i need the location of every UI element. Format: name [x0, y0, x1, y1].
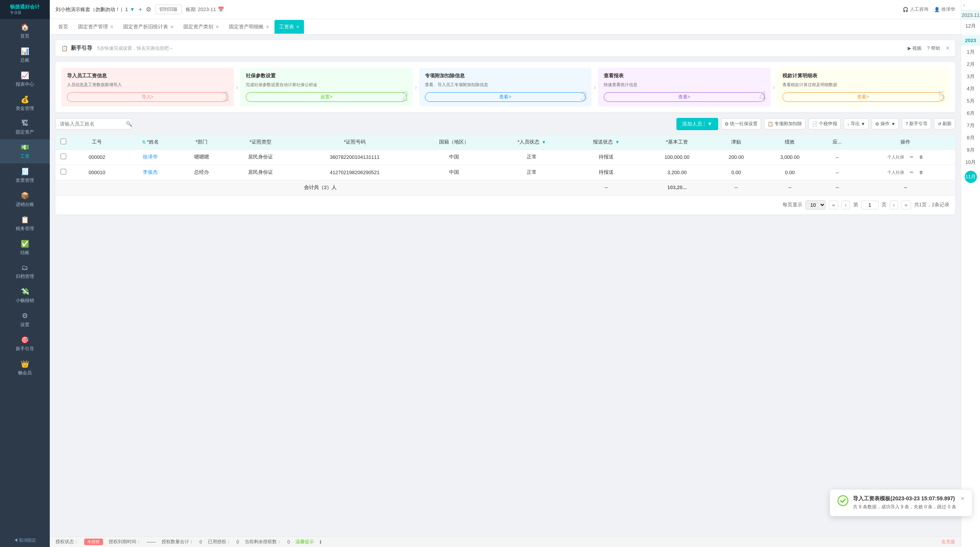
edit-employee-button[interactable]: ✏ — [908, 169, 915, 176]
guide-help-link[interactable]: ? 帮助 — [927, 45, 940, 52]
submit-filter-icon[interactable]: ▼ — [615, 140, 619, 144]
step-1-button[interactable]: 导入> — [67, 92, 228, 102]
ym-year-2023[interactable]: 2023 — [961, 35, 980, 46]
period-selector[interactable]: 账期 2023-11 📅 — [186, 6, 224, 13]
sidebar-item-reports[interactable]: 📈 报表中心 — [0, 67, 50, 91]
ym-month-jun[interactable]: 6月 — [961, 107, 980, 119]
ym-month-feb[interactable]: 2月 — [961, 58, 980, 70]
delete-employee-button[interactable]: 🗑 — [917, 154, 925, 160]
row-checkbox[interactable] — [60, 169, 66, 175]
user-menu-button[interactable]: 👤 徐泽华 — [934, 6, 955, 13]
main-area: 刘小艳演示账套（勿删勿动！）1 ▼ + ⚙ 切到旧版 账期 2023-11 📅 … — [50, 0, 961, 547]
sidebar-item-expense[interactable]: 💸 小畅报销 — [0, 284, 50, 308]
export-icon: ↓ — [847, 121, 849, 127]
personal-social-security-button[interactable]: 个人社保 — [885, 153, 906, 161]
sidebar-item-payroll[interactable]: 💵 工资 — [0, 139, 50, 163]
tab-close-icon[interactable]: × — [170, 24, 173, 30]
ym-month-mar[interactable]: 3月 — [961, 70, 980, 83]
tab-close-icon[interactable]: × — [266, 24, 269, 30]
unified-social-security-button[interactable]: ⚙ 统一社保设置 — [721, 118, 761, 129]
sidebar-item-sales[interactable]: 📦 进销台账 — [0, 188, 50, 212]
sidebar-item-ledger[interactable]: 📊 总账 — [0, 43, 50, 67]
row-checkbox-cell[interactable] — [56, 165, 71, 180]
operations-button[interactable]: ⚙ 操作 ▼ — [872, 118, 899, 129]
sidebar-item-tax[interactable]: 📋 税务管理 — [0, 212, 50, 236]
page-size-select[interactable]: 10 20 50 — [805, 200, 826, 210]
sidebar-item-invoice[interactable]: 🧾 发票管理 — [0, 163, 50, 188]
sidebar-item-fixed-assets[interactable]: 🏗 固定资产 — [0, 116, 50, 139]
ym-collapse-button[interactable]: › — [963, 2, 965, 8]
special-deduction-button[interactable]: 📋 专项附加扣除 — [764, 118, 805, 129]
sidebar-item-closing[interactable]: ✅ 结账 — [0, 236, 50, 260]
add-account-icon[interactable]: + — [139, 6, 142, 13]
employee-name-link[interactable]: 李俊杰 — [143, 169, 158, 175]
ym-month-sep[interactable]: 9月 — [961, 144, 980, 156]
ym-month-jan[interactable]: 1月 — [961, 46, 980, 58]
row-checkbox-cell[interactable] — [56, 149, 71, 165]
col-name-sort-icon[interactable]: ⇅ — [142, 140, 145, 144]
search-input[interactable] — [60, 121, 124, 127]
step-5-button[interactable]: 查看> — [782, 92, 944, 102]
add-employee-dropdown-icon[interactable]: ▼ — [704, 121, 712, 127]
warn-tip[interactable]: 温馨提示 — [296, 539, 314, 545]
tab-close-icon[interactable]: × — [296, 24, 299, 30]
prev-page-button[interactable]: ‹ — [841, 201, 850, 209]
tab-fixed-asset-mgmt[interactable]: 固定资产管理 × — [74, 20, 118, 34]
ym-month-jul[interactable]: 7月 — [961, 119, 980, 132]
tab-home[interactable]: 首页 — [54, 20, 73, 34]
select-all-checkbox[interactable] — [60, 139, 66, 144]
ym-month-nov-active[interactable]: 11月 — [965, 171, 977, 183]
step-3-button[interactable]: 查看> — [425, 92, 586, 102]
tab-close-icon[interactable]: × — [110, 24, 113, 30]
tab-close-icon[interactable]: × — [216, 24, 219, 30]
sidebar-item-guide[interactable]: 🎯 新手引导 — [0, 332, 50, 356]
ym-month-oct[interactable]: 10月 — [961, 156, 980, 168]
guide-video-link[interactable]: ▶ 视频 — [908, 45, 921, 52]
next-page-button[interactable]: › — [890, 201, 898, 209]
refresh-button[interactable]: ↺ 刷新 — [934, 118, 955, 129]
search-box[interactable]: 🔍 — [56, 118, 132, 129]
ym-month-may[interactable]: 5月 — [961, 95, 980, 107]
tab-asset-detail[interactable]: 固定资产明细账 × — [224, 20, 274, 34]
ym-month-apr[interactable]: 4月 — [961, 83, 980, 95]
cancel-fixed-button[interactable]: ◀ 取消固定 — [0, 534, 50, 547]
guide-close-button[interactable]: × — [946, 45, 949, 52]
status-filter-icon[interactable]: ▼ — [542, 140, 546, 144]
toast-close-button[interactable]: × — [961, 495, 964, 502]
employee-name-link[interactable]: 徐泽华 — [143, 154, 158, 160]
recharge-button[interactable]: 去充值 — [941, 539, 955, 545]
search-icon[interactable]: 🔍 — [126, 121, 132, 127]
tab-asset-category[interactable]: 固定资产类别 × — [179, 20, 223, 34]
customer-service-button[interactable]: 🎧 人工咨询 — [903, 6, 928, 13]
tax-declaration-button[interactable]: 📄 个税申报 — [808, 118, 841, 129]
edit-employee-button[interactable]: ✏ — [908, 154, 915, 160]
last-page-button[interactable]: » — [901, 201, 911, 209]
step-4-button[interactable]: 查看> — [604, 92, 765, 102]
delete-employee-button[interactable]: 🗑 — [917, 169, 925, 175]
switch-old-version-button[interactable]: 切到旧版 — [155, 5, 182, 14]
select-all-header[interactable] — [56, 135, 71, 150]
export-button[interactable]: ↓ 导出 ▼ — [844, 118, 869, 129]
row-checkbox[interactable] — [60, 153, 66, 159]
sidebar-item-home[interactable]: 🏠 首页 — [0, 19, 50, 43]
operations-dropdown-icon: ▼ — [891, 121, 895, 127]
account-settings-icon[interactable]: ⚙ — [146, 6, 151, 13]
tab-payroll[interactable]: 工资表 × — [274, 20, 304, 34]
period-calendar-icon[interactable]: 📅 — [218, 7, 224, 12]
sidebar-item-archive[interactable]: 🗂 归档管理 — [0, 260, 50, 284]
tab-depreciation[interactable]: 固定资产折旧统计表 × — [119, 20, 178, 34]
account-selector[interactable]: 刘小艳演示账套（勿删勿动！）1 ▼ — [56, 6, 135, 13]
new-guide-button[interactable]: ? 新手引导 — [902, 118, 931, 129]
sidebar-item-funds[interactable]: 💰 资金管理 — [0, 91, 50, 116]
first-page-button[interactable]: « — [829, 201, 838, 209]
ym-month-december[interactable]: 12月 — [961, 20, 980, 32]
sidebar-item-settings[interactable]: ⚙ 设置 — [0, 308, 50, 332]
ym-month-aug[interactable]: 8月 — [961, 132, 980, 144]
step-2-button[interactable]: 设置> — [246, 92, 407, 102]
add-employee-button[interactable]: 添加人员 ▼ — [676, 118, 718, 130]
member-icon: 👑 — [21, 360, 29, 368]
page-number-input[interactable] — [861, 201, 879, 209]
personal-social-security-button[interactable]: 个人社保 — [885, 169, 906, 176]
account-dropdown-icon[interactable]: ▼ — [130, 7, 135, 12]
sidebar-item-member[interactable]: 👑 畅会员 — [0, 356, 50, 380]
